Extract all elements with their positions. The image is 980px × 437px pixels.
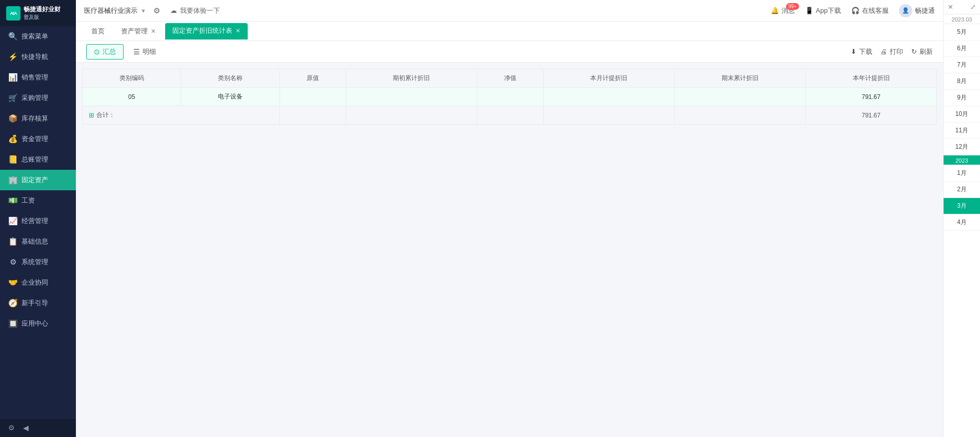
month-10[interactable]: 10月 xyxy=(944,106,980,123)
sub-tabs-right: ⬇ 下载 🖨 打印 ↻ 刷新 xyxy=(851,47,933,56)
content-area: ⊙ 汇总 ☰ 明细 ⬇ 下载 🖨 打印 ↻ 刷 xyxy=(76,41,943,437)
col-code: 类别编码 xyxy=(83,69,181,88)
guide-icon: 🧭 xyxy=(8,299,17,308)
col-original: 原值 xyxy=(279,69,346,88)
apps-icon: 🔲 xyxy=(8,319,17,328)
sidebar-item-quick-nav[interactable]: ⚡ 快捷导航 xyxy=(0,47,76,67)
sum-monthly xyxy=(543,106,674,125)
money-icon: 💰 xyxy=(8,134,17,144)
download-icon: ⬇ xyxy=(851,48,856,55)
close-asset-tab-icon[interactable]: ✕ xyxy=(151,28,156,35)
month-mar-selected[interactable]: 3月 xyxy=(944,198,980,214)
close-depreciation-tab-icon[interactable]: ✕ xyxy=(235,27,241,34)
sidebar-item-purchase[interactable]: 🛒 采购管理 xyxy=(0,88,76,108)
month-12[interactable]: 12月 xyxy=(944,139,980,155)
cell-code: 05 xyxy=(83,88,181,106)
app-name: 畅捷通好业财 xyxy=(24,5,61,14)
download-button[interactable]: ⬇ 下载 xyxy=(851,47,872,56)
user-name: 畅捷通 xyxy=(915,6,935,15)
notifications-button[interactable]: 🔔 消息 99+ xyxy=(771,6,795,15)
month-9[interactable]: 9月 xyxy=(944,90,980,106)
settings-icon[interactable]: ⚙ xyxy=(153,6,160,15)
online-service-button[interactable]: 🎧 在线客服 xyxy=(851,6,889,15)
sidebar-item-fixed-assets[interactable]: 🏢 固定资产 xyxy=(0,170,76,190)
sidebar-item-cooperation[interactable]: 🤝 企业协同 xyxy=(0,272,76,293)
sidebar-item-fund[interactable]: 💰 资金管理 xyxy=(0,129,76,149)
sidebar-item-search[interactable]: 🔍 搜索菜单 xyxy=(0,26,76,47)
company-name: 医疗器械行业演示 xyxy=(84,6,137,15)
app-download-button[interactable]: 📱 App下载 xyxy=(805,6,841,15)
sidebar-label-fixed-assets: 固定资产 xyxy=(22,175,48,185)
month-11[interactable]: 11月 xyxy=(944,123,980,139)
print-button[interactable]: 🖨 打印 xyxy=(881,47,903,56)
sub-tabs-left: ⊙ 汇总 ☰ 明细 xyxy=(86,44,164,59)
sub-tab-summary[interactable]: ⊙ 汇总 xyxy=(86,44,124,59)
notifications-badge: 99+ xyxy=(786,3,799,10)
sidebar-item-ledger[interactable]: 📒 总账管理 xyxy=(0,149,76,170)
sidebar-item-inventory[interactable]: 📦 库存核算 xyxy=(0,108,76,129)
month-5[interactable]: 5月 xyxy=(944,24,980,41)
tab-asset-label: 资产管理 xyxy=(121,27,148,36)
cell-ending xyxy=(674,88,806,106)
cell-beginning xyxy=(346,88,477,106)
sidebar-item-guide[interactable]: 🧭 新手引导 xyxy=(0,293,76,313)
cart-icon: 🛒 xyxy=(8,93,17,103)
handshake-icon: 🤝 xyxy=(8,278,17,287)
detail-tab-label: 明细 xyxy=(143,47,156,56)
sidebar-item-basic[interactable]: 📋 基础信息 xyxy=(0,231,76,252)
col-ending: 期末累计折旧 xyxy=(674,69,806,88)
refresh-icon: ↻ xyxy=(911,48,917,55)
experience-icon: ☁ xyxy=(170,7,177,14)
sidebar-nav: 🔍 搜索菜单 ⚡ 快捷导航 📊 销售管理 🛒 采购管理 📦 库存核算 💰 资金管… xyxy=(0,26,76,418)
month-apr[interactable]: 4月 xyxy=(944,214,980,231)
company-dropdown-arrow: ▼ xyxy=(141,8,146,14)
cell-name: 电子设备 xyxy=(181,88,279,106)
sidebar-label-basic: 基础信息 xyxy=(22,237,48,246)
search-icon: 🔍 xyxy=(8,32,17,41)
month-7[interactable]: 7月 xyxy=(944,57,980,73)
tab-depreciation[interactable]: 固定资产折旧统计表 ✕ xyxy=(165,23,248,39)
mobile-icon: 📱 xyxy=(805,7,813,14)
expand-panel-icon[interactable]: ⤢ xyxy=(970,3,976,11)
tab-home[interactable]: 首页 xyxy=(84,24,112,39)
ledger-icon: 📒 xyxy=(8,155,17,164)
sum-icon: ⊞ xyxy=(89,111,94,119)
chart-icon: 📊 xyxy=(8,73,17,82)
topbar-right: 🔔 消息 99+ 📱 App下载 🎧 在线客服 👤 畅捷通 xyxy=(771,4,935,17)
main-content: 医疗器械行业演示 ▼ ⚙ ☁ 我要体验一下 🔔 消息 99+ 📱 App下载 🎧… xyxy=(76,0,943,437)
sum-label-cell: ⊞ 合计： xyxy=(83,106,280,125)
col-net: 净值 xyxy=(477,69,543,88)
month-8[interactable]: 8月 xyxy=(944,73,980,90)
sidebar-item-apps[interactable]: 🔲 应用中心 xyxy=(0,313,76,334)
sidebar-item-sales[interactable]: 📊 销售管理 xyxy=(0,67,76,88)
company-selector[interactable]: 医疗器械行业演示 ▼ xyxy=(84,6,146,15)
settings-footer-icon[interactable]: ⚙ xyxy=(8,424,15,432)
box-icon: 📦 xyxy=(8,114,17,123)
download-label: App下载 xyxy=(816,6,841,15)
sum-original xyxy=(279,106,346,125)
sidebar-item-management[interactable]: 📈 经营管理 xyxy=(0,211,76,231)
tab-asset-mgmt[interactable]: 资产管理 ✕ xyxy=(114,24,163,39)
sub-tab-detail[interactable]: ☰ 明细 xyxy=(126,44,164,59)
trend-icon: 📈 xyxy=(8,216,17,226)
refresh-button[interactable]: ↻ 刷新 xyxy=(911,47,933,56)
user-menu[interactable]: 👤 畅捷通 xyxy=(899,4,935,17)
collapse-sidebar-icon[interactable]: ◀ xyxy=(23,424,29,432)
sidebar-label-purchase: 采购管理 xyxy=(22,93,48,103)
sidebar-item-payroll[interactable]: 💵 工资 xyxy=(0,190,76,211)
month-feb[interactable]: 2月 xyxy=(944,182,980,198)
refresh-label: 刷新 xyxy=(919,47,933,56)
sidebar-label-system: 系统管理 xyxy=(22,257,48,267)
sidebar-item-system[interactable]: ⚙ 系统管理 xyxy=(0,252,76,272)
topbar: 医疗器械行业演示 ▼ ⚙ ☁ 我要体验一下 🔔 消息 99+ 📱 App下载 🎧… xyxy=(76,0,943,22)
sidebar-label-guide: 新手引导 xyxy=(22,299,48,308)
experience-button[interactable]: ☁ 我要体验一下 xyxy=(170,6,220,15)
month-jan[interactable]: 1月 xyxy=(944,165,980,182)
sidebar-label-sales: 销售管理 xyxy=(22,73,48,82)
cell-original xyxy=(279,88,346,106)
col-monthly: 本月计提折旧 xyxy=(543,69,674,88)
logo-icon: AtA xyxy=(6,6,21,21)
tabs-bar: 首页 资产管理 ✕ 固定资产折旧统计表 ✕ xyxy=(76,22,943,41)
close-panel-icon[interactable]: ✕ xyxy=(948,3,953,11)
month-6[interactable]: 6月 xyxy=(944,41,980,57)
